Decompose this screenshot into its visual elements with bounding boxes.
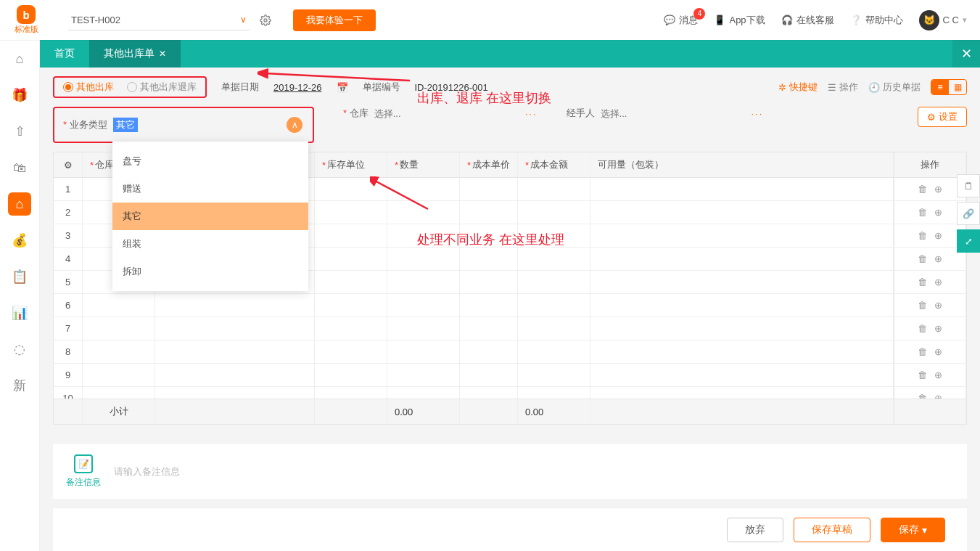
add-icon[interactable]: ⊕ <box>934 184 942 195</box>
settings-button[interactable]: ⚙设置 <box>918 107 967 127</box>
view-grid-icon[interactable]: ▦ <box>949 80 966 94</box>
help-link[interactable]: ❔ 帮助中心 <box>850 14 903 27</box>
th-qty: *数量 <box>387 152 460 177</box>
biztype-option[interactable]: 赠送 <box>112 175 308 203</box>
biztype-value[interactable]: 其它 <box>113 118 138 132</box>
view-list-icon[interactable]: ≡ <box>931 80 949 94</box>
help-label: 帮助中心 <box>865 14 903 27</box>
handler-input[interactable] <box>601 108 746 119</box>
biztype-option[interactable]: 盘亏 <box>112 147 308 175</box>
add-icon[interactable]: ⊕ <box>934 370 942 380</box>
nav-warehouse-icon[interactable]: ⌂ <box>8 192 31 216</box>
calendar-icon[interactable]: 📅 <box>337 82 348 93</box>
radio-return[interactable]: 其他出库退库 <box>127 81 197 94</box>
chevron-up-icon[interactable]: ∧ <box>287 117 302 133</box>
control-row-2: 业务类型 其它 ∧ 盘亏赠送其它组装拆卸 仓库 ··· 经手人 <box>53 107 967 143</box>
tab-home[interactable]: 首页 <box>40 40 89 68</box>
tab-current[interactable]: 其他出库单 ✕ <box>89 40 181 68</box>
discard-button[interactable]: 放弃 <box>727 518 783 542</box>
biztype-option[interactable]: 组装 <box>112 230 308 258</box>
row-index: 9 <box>54 364 83 386</box>
delete-icon[interactable]: 🗑 <box>918 277 927 287</box>
add-icon[interactable]: ⊕ <box>934 300 942 311</box>
save-draft-button[interactable]: 保存草稿 <box>794 518 870 542</box>
more-icon[interactable]: ··· <box>525 108 538 119</box>
more-icon[interactable]: ··· <box>752 108 764 119</box>
left-nav: ⌂ 🎁 ⇧ 🛍 ⌂ 💰 📋 📊 ◌ 新 <box>0 40 40 551</box>
docnum-value: ID-20191226-001 <box>415 82 488 93</box>
dock-expand-icon[interactable]: ⤢ <box>957 229 980 253</box>
svg-point-0 <box>264 19 267 22</box>
delete-icon[interactable]: 🗑 <box>918 323 927 334</box>
phone-icon: 📱 <box>714 15 725 26</box>
nav-report-icon[interactable]: 📊 <box>8 301 31 325</box>
add-icon[interactable]: ⊕ <box>934 277 942 287</box>
user-menu[interactable]: 🐱 C C ▾ <box>919 10 967 30</box>
subtotal-label: 小计 <box>83 399 155 424</box>
nav-in-icon[interactable]: ⇧ <box>8 120 31 143</box>
save-label: 保存 <box>899 523 919 536</box>
messages-link[interactable]: 💬 消息 4 <box>664 14 698 27</box>
avatar: 🐱 <box>919 10 939 30</box>
th-cost: *成本单价 <box>460 152 518 177</box>
warehouse-input[interactable] <box>374 108 519 119</box>
logo-icon: b <box>17 5 36 24</box>
add-icon[interactable]: ⊕ <box>934 346 942 357</box>
add-icon[interactable]: ⊕ <box>934 393 942 399</box>
history-link[interactable]: 🕘 历史单据 <box>868 81 921 94</box>
dock-note-icon[interactable]: 🗒 <box>957 174 980 197</box>
delete-icon[interactable]: 🗑 <box>918 184 927 195</box>
dock-link-icon[interactable]: 🔗 <box>957 202 980 225</box>
th-gear[interactable]: ⚙ <box>54 152 83 177</box>
row-index: 1 <box>54 178 83 200</box>
biztype-option[interactable]: 其它 <box>112 203 308 230</box>
nav-home-icon[interactable]: ⌂ <box>8 47 31 70</box>
table-row[interactable]: 6🗑⊕ <box>54 294 966 317</box>
close-icon[interactable]: ✕ <box>159 49 166 59</box>
support-link[interactable]: 🎧 在线客服 <box>781 14 834 27</box>
add-icon[interactable]: ⊕ <box>934 207 942 218</box>
radio-group-type: 其他出库 其他出库退库 <box>53 76 207 98</box>
remark-section: 📝 备注信息 <box>53 444 967 499</box>
table-row[interactable]: 9🗑⊕ <box>54 364 966 387</box>
radio-outbound[interactable]: 其他出库 <box>63 81 114 94</box>
footer-actions: 放弃 保存草稿 保存 ▾ <box>53 507 967 551</box>
gear-icon[interactable] <box>260 15 271 26</box>
nav-share-icon[interactable]: ◌ <box>8 338 31 361</box>
table-row[interactable]: 8🗑⊕ <box>54 340 966 364</box>
delete-icon[interactable]: 🗑 <box>918 393 927 399</box>
radio-return-label: 其他出库退库 <box>140 81 197 94</box>
nav-gift-icon[interactable]: 🎁 <box>8 83 31 107</box>
nav-new-icon[interactable]: 新 <box>8 374 31 397</box>
delete-icon[interactable]: 🗑 <box>918 230 927 241</box>
app-download-link[interactable]: 📱 App下载 <box>714 14 765 27</box>
tab-current-label: 其他出库单 <box>104 47 155 60</box>
delete-icon[interactable]: 🗑 <box>918 370 927 380</box>
th-unit: *库存单位 <box>315 152 387 177</box>
operate-link[interactable]: ☰ 操作 <box>828 81 858 94</box>
biztype-option[interactable]: 拆卸 <box>112 258 308 285</box>
nav-clipboard-icon[interactable]: 📋 <box>8 265 31 288</box>
headset-icon: 🎧 <box>781 15 793 26</box>
delete-icon[interactable]: 🗑 <box>918 346 927 357</box>
try-button[interactable]: 我要体验一下 <box>293 9 376 31</box>
date-value[interactable]: 2019-12-26 <box>273 82 322 93</box>
shortcut-link[interactable]: ✲ 快捷键 <box>778 81 818 94</box>
close-all-tabs[interactable]: ✕ <box>952 40 980 68</box>
table-row[interactable]: 7🗑⊕ <box>54 317 966 340</box>
add-icon[interactable]: ⊕ <box>934 230 942 241</box>
settings-label: 设置 <box>939 110 958 123</box>
nav-bag-icon[interactable]: 🛍 <box>8 156 31 179</box>
nav-money-icon[interactable]: 💰 <box>8 229 31 252</box>
table-row[interactable]: 10🗑⊕ <box>54 387 966 399</box>
subtotal-amt: 0.00 <box>518 399 590 424</box>
delete-icon[interactable]: 🗑 <box>918 207 927 218</box>
chevron-down-icon: ∨ <box>240 15 247 25</box>
add-icon[interactable]: ⊕ <box>934 323 942 334</box>
remark-input[interactable] <box>114 466 954 477</box>
save-button[interactable]: 保存 ▾ <box>881 518 945 542</box>
delete-icon[interactable]: 🗑 <box>918 300 927 311</box>
delete-icon[interactable]: 🗑 <box>918 253 927 264</box>
add-icon[interactable]: ⊕ <box>934 253 942 264</box>
company-select[interactable]: TEST-H002 ∨ <box>68 10 250 30</box>
